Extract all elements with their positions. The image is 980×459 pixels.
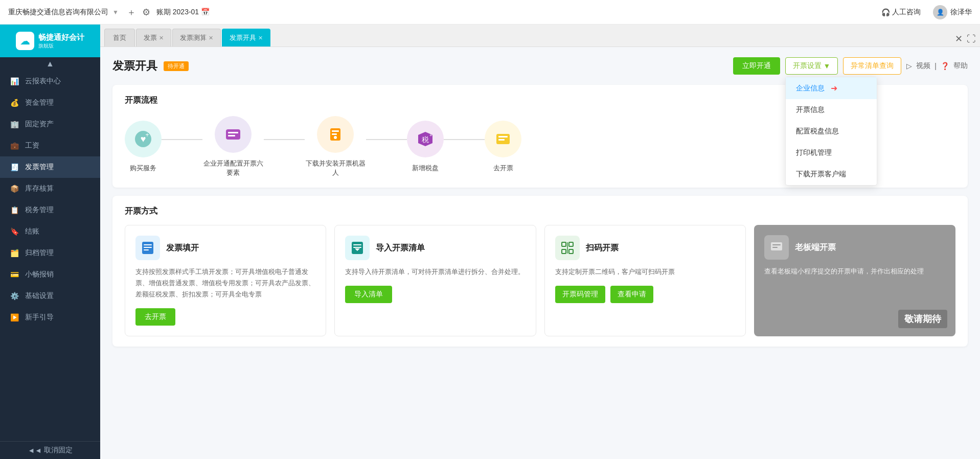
svg-text:+: + [145,131,149,139]
method-boss-header: 老板端开票 [764,235,945,260]
user-avatar-icon: 👤 [933,5,947,19]
bookmark-icon: 🔖 [10,227,19,236]
tab-fapiao[interactable]: 发票 ✕ [136,29,171,47]
sidebar: ☁ 畅捷通好会计 旗舰版 ▲ 📊 云报表中心 💰 资金管理 🏢 固定资产 💼 工… [0,25,100,459]
company-selector[interactable]: 重庆畅捷交通信息咨询有限公司 ▼ [8,8,119,17]
scan-icon [555,236,580,260]
methods-title: 开票方式 [125,206,955,217]
app-name: 畅捷通好会计 [38,33,84,42]
tab-close-icon-2[interactable]: ✕ [209,35,213,41]
svg-rect-31 [772,247,778,248]
svg-rect-29 [771,242,782,250]
tab-home[interactable]: 首页 [104,29,135,47]
dropdown-item-tax-disk[interactable]: 配置税盘信息 [786,121,877,142]
svg-rect-18 [144,247,152,248]
svg-point-9 [334,136,337,139]
invoice-settings-button[interactable]: 开票设置 ▼ [785,57,838,75]
user-profile[interactable]: 👤 徐泽华 [933,5,972,19]
step1-icon: ♥+ [125,121,162,157]
video-help-area[interactable]: ▷ 视频 | ❓ 帮助 [906,61,968,71]
method-scan-title: 扫码开票 [586,243,619,254]
method-scan-header: 扫码开票 [555,236,735,260]
settings-dropdown-menu: 企业信息 ➜ 开票信息 配置税盘信息 打印机管理 [785,77,877,186]
sidebar-item-gudingzichan[interactable]: 🏢 固定资产 [0,113,100,135]
settings-dropdown-container: 开票设置 ▼ 企业信息 ➜ 开票信息 [785,57,838,75]
sidebar-item-yunbao[interactable]: 📊 云报表中心 [0,71,100,92]
tab-active-close-icon[interactable]: ✕ [258,35,263,41]
go-invoice-button[interactable]: 去开票 [135,308,175,326]
view-apply-button[interactable]: 查看申请 [610,286,653,303]
step1-label: 购买服务 [130,164,156,173]
sidebar-scroll-up[interactable]: ▲ [0,57,100,71]
step3-icon [317,116,354,153]
boss-icon [764,235,789,260]
qr-manage-button[interactable]: 开票码管理 [555,286,605,303]
svg-rect-5 [228,135,235,136]
maximize-icon[interactable]: ⛶ [967,34,976,44]
chevron-down-icon-2: ▼ [824,62,831,70]
sidebar-item-shuiwu[interactable]: 📋 税务管理 [0,199,100,221]
sidebar-item-jichushezhi[interactable]: ⚙️ 基础设置 [0,285,100,307]
app-edition: 旗舰版 [38,42,84,50]
flow-step-3: 下载并安装开票机器人 [305,116,366,177]
method-import: 导入开票清单 支持导入待开票清单，可对待开票清单进行拆分、合并处理。 导入清单 [334,225,536,336]
dropdown-item-invoice-info[interactable]: 开票信息 [786,99,877,121]
sidebar-item-zijin[interactable]: 💰 资金管理 [0,92,100,113]
archive-icon: 🗂️ [10,249,19,257]
method-boss: 老板端开票 查看老板端小程序提交的开票申请，并作出相应的处理 敬请期待 [754,225,955,336]
exception-list-button[interactable]: 异常清单查询 [843,57,901,75]
close-window-icon[interactable]: ✕ [955,33,963,44]
step5-label: 去开票 [493,164,513,173]
svg-rect-7 [332,130,339,132]
step5-icon [485,121,521,157]
method-scan-actions: 开票码管理 查看申请 [555,286,735,303]
cancel-pin-button[interactable]: ◄◄ 取消固定 [0,442,100,459]
tab-fapiao-kaiju[interactable]: 发票开具 ✕ [222,29,270,47]
add-icon[interactable]: ＋ [127,6,136,18]
method-boss-desc: 查看老板端小程序提交的开票申请，并作出相应的处理 [764,266,945,277]
gear-icon: ⚙️ [10,292,19,300]
company-name: 重庆畅捷交通信息咨询有限公司 [8,8,108,17]
method-import-desc: 支持导入待开票清单，可对待开票清单进行拆分、合并处理。 [345,266,525,278]
sidebar-item-xinshou[interactable]: ▶️ 新手引导 [0,307,100,328]
tab-fapiao-tesuan[interactable]: 发票测算 ✕ [172,29,221,47]
dropdown-item-enterprise-info[interactable]: 企业信息 ➜ [786,77,877,99]
sidebar-item-gongzi[interactable]: 💼 工资 [0,135,100,156]
sidebar-item-jiezhang[interactable]: 🔖 结账 [0,221,100,242]
period-label: 账期 2023-01 📅 [156,8,210,17]
sidebar-item-kucun[interactable]: 📦 库存核算 [0,178,100,199]
import-list-button[interactable]: 导入清单 [345,286,392,303]
svg-text:税: 税 [422,135,429,144]
tab-close-icon[interactable]: ✕ [159,35,164,41]
svg-rect-22 [353,247,361,248]
content-area: 首页 发票 ✕ 发票测算 ✕ 发票开具 ✕ ✕ ⛶ 发票开具 [100,25,980,459]
support-button[interactable]: 🎧 人工咨询 [881,8,921,17]
method-import-title: 导入开票清单 [376,243,425,254]
sidebar-item-fapiao[interactable]: 🧾 发票管理 [0,156,100,178]
tab-bar: 首页 发票 ✕ 发票测算 ✕ 发票开具 ✕ ✕ ⛶ [100,25,980,47]
method-fill: 发票填开 支持按照发票样式手工填开发票；可开具增值税电子普通发票、增值税普通发票… [125,225,326,336]
headset-icon: 🎧 [881,8,890,16]
activate-button[interactable]: 立即开通 [733,57,780,75]
settings-icon[interactable]: ⚙ [142,7,150,18]
main-layout: ☁ 畅捷通好会计 旗舰版 ▲ 📊 云报表中心 💰 资金管理 🏢 固定资产 💼 工… [0,25,980,459]
top-bar: 重庆畅捷交通信息咨询有限公司 ▼ ＋ ⚙ 账期 2023-01 📅 🎧 人工咨询… [0,0,980,25]
dropdown-item-download-client[interactable]: 下载开票客户端 [786,164,877,185]
step4-icon: 税+ [407,121,444,157]
flow-step-1: ♥+ 购买服务 [125,121,162,173]
method-fill-desc: 支持按照发票样式手工填开发票；可开具增值税电子普通发票、增值税普通发票、增值税专… [135,266,315,300]
sidebar-item-xiaochang[interactable]: 💳 小畅报销 [0,264,100,285]
dropdown-item-printer[interactable]: 打印机管理 [786,142,877,164]
play-circle-icon: ▷ [906,62,912,70]
svg-rect-19 [144,249,149,250]
methods-grid: 发票填开 支持按照发票样式手工填开发票；可开具增值税电子普通发票、增值税普通发票… [125,225,955,336]
method-fill-title: 发票填开 [166,243,199,254]
play-icon: ▶️ [10,313,19,322]
svg-rect-21 [353,244,361,245]
tab-bar-actions: ✕ ⛶ [955,33,976,47]
step3-label: 下载并安装开票机器人 [305,159,366,177]
status-badge: 待开通 [164,61,189,71]
sidebar-item-guidang[interactable]: 🗂️ 归档管理 [0,242,100,264]
fill-icon [135,236,160,260]
svg-rect-14 [498,136,508,137]
